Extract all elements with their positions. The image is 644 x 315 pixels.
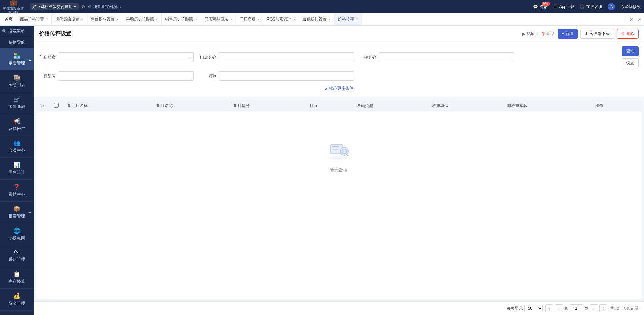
tab-expand-btn[interactable]: ⤢ [636, 16, 643, 23]
tab-sales-history[interactable]: 销售历史价跟踪 × [162, 13, 201, 26]
tab-close-price-scale[interactable]: × [356, 18, 358, 21]
message-badge: 99+ [542, 2, 550, 6]
store-archive-input[interactable] [59, 53, 194, 62]
svg-point-6 [340, 147, 348, 155]
th-settings[interactable]: ⚙ [36, 100, 50, 112]
tab-close-min-discount[interactable]: × [329, 18, 331, 21]
sidebar-item-xiaochang-ecom[interactable]: 🌐 小畅电商 [0, 223, 34, 245]
sidebar-item-wholesale-mgmt-label: 批发管理 [9, 213, 25, 219]
select-all-checkbox[interactable] [54, 103, 59, 108]
th-non-weight-unit: 非称重单位 [503, 100, 591, 112]
store-name-input[interactable] [219, 53, 354, 62]
sidebar-item-purchase-mgmt[interactable]: 🛍 采购管理 [0, 245, 34, 267]
tab-purchase-history[interactable]: 采购历史价跟踪 × [122, 13, 162, 26]
top-bar-right: 💬 消息 99+ 📱 App下载 🎧 在线客服 徐 徐泽华修改 [533, 3, 641, 10]
empty-state: 暂无数据 [40, 116, 637, 193]
settings-button[interactable]: 设置 [622, 58, 639, 68]
tab-close-all-btn[interactable]: ✕ [628, 16, 635, 23]
app-download-label: App下载 [559, 4, 574, 10]
sidebar-item-finance[interactable]: 💰 资金管理 [0, 289, 34, 311]
page-actions: ▶ 视频 | ❓ 帮助 + 新增 ⬇ 客户端下载 🗑 删除 [522, 29, 639, 39]
first-page-btn[interactable]: ⟪ [545, 304, 553, 312]
page-number-input[interactable] [570, 304, 583, 312]
tab-store-catalog[interactable]: 门店商品目录 × [201, 13, 236, 26]
expand-arrow-icon: ▲ [28, 58, 32, 61]
svg-rect-4 [332, 148, 337, 148]
sidebar-quick-nav[interactable]: 快捷导航 [0, 37, 34, 48]
user-avatar: 徐 [608, 3, 615, 10]
message-icon: 💬 [533, 4, 538, 9]
tab-store-archive[interactable]: 门店档案 × [236, 13, 263, 26]
help-center-icon: ❓ [13, 184, 20, 190]
sidebar-item-general-ledger[interactable]: 📒 总账管理 [0, 311, 34, 315]
tab-price-scale[interactable]: 价格传秤 × [334, 13, 362, 26]
message-btn[interactable]: 💬 消息 99+ [533, 4, 547, 10]
sidebar-item-marketing[interactable]: 📢 营销推广 [0, 114, 34, 136]
next-page-btn[interactable]: › [590, 304, 598, 312]
tab-purchase-strategy[interactable]: 进价策略设置 × [52, 13, 87, 26]
retail-stats-icon: 📊 [13, 162, 20, 168]
sidebar-item-marketing-label: 营销推广 [9, 126, 25, 132]
collapse-btn[interactable]: ∧ 收起更多条件 [325, 85, 353, 91]
query-button[interactable]: 查询 [622, 46, 639, 56]
sidebar-item-member-center[interactable]: 👥 会员中心 [0, 136, 34, 158]
top-bar: 💼 畅捷通好业财 标准版 好业财标准版交付试用 ▾ ⚙ ⊙ 我要看实例演示 💬 … [0, 0, 644, 13]
video-label: 视频 [526, 31, 534, 37]
demo-link[interactable]: ⊙ 我要看实例演示 [88, 4, 121, 10]
page-nav: ⟪ ‹ 算 页 › ⟫ [545, 304, 607, 312]
tab-sale-extract[interactable]: 售价提取设置 × [87, 13, 122, 26]
per-page-label: 每页显示 [507, 306, 523, 311]
sidebar-item-retail-mall[interactable]: 🛒 零售商城 [0, 92, 34, 114]
tab-close-store-archive[interactable]: × [258, 18, 260, 21]
empty-state-illustration [325, 136, 352, 163]
sidebar-item-smart-store[interactable]: 🏬 智慧门店 [0, 70, 34, 92]
avatar-icon: 徐 [608, 3, 615, 10]
main-content: 价格传秤设置 ▶ 视频 | ❓ 帮助 + 新增 ⬇ 客户端下载 🗑 [34, 26, 644, 315]
last-page-btn[interactable]: ⟫ [599, 304, 607, 312]
add-button[interactable]: + 新增 [558, 29, 578, 39]
app-download-btn[interactable]: 📱 App下载 [553, 4, 574, 10]
download-button[interactable]: ⬇ 客户端下载 [580, 29, 614, 39]
video-link[interactable]: ▶ 视频 [522, 31, 534, 37]
per-page-selector[interactable]: 50 10 20 100 [524, 305, 543, 312]
tab-close-purchase-strategy[interactable]: × [81, 18, 83, 21]
sidebar-item-wholesale-mgmt[interactable]: 📦 批发管理 ▼ [0, 202, 34, 223]
filter-row-1: 门店档案 ··· 门店名称 秤名称 查询 [39, 46, 639, 68]
tab-close-store-catalog[interactable]: × [230, 18, 232, 21]
user-name[interactable]: 徐泽华修改 [620, 4, 641, 10]
sidebar-item-retail-stats[interactable]: 📊 零售统计 [0, 158, 34, 180]
th-checkbox [50, 100, 63, 112]
tab-close-sales-history[interactable]: × [195, 18, 197, 21]
sidebar-item-retail-stats-label: 零售统计 [9, 170, 25, 175]
tab-goods-price[interactable]: 商品价格设置 × [16, 13, 52, 26]
table-body: 暂无数据 [36, 112, 641, 197]
tab-close-purchase-history[interactable]: × [156, 18, 158, 21]
query-label: 查询 [626, 48, 634, 54]
wholesale-mgmt-icon: 📦 [13, 206, 20, 212]
online-service-btn[interactable]: 🎧 在线客服 [580, 4, 602, 10]
page-suffix-label: 页 [584, 306, 588, 311]
sidebar-item-help-center[interactable]: ❓ 帮助中心 [0, 180, 34, 202]
tab-pos-encrypt[interactable]: POS加密管理 × [263, 13, 299, 26]
tab-min-discount[interactable]: 最低折扣设置 × [299, 13, 334, 26]
help-link[interactable]: ❓ 帮助 [541, 31, 555, 37]
sidebar-item-inventory[interactable]: 📋 库存核算 [0, 267, 34, 289]
version-selector[interactable]: 好业财标准版交付试用 ▾ [30, 3, 79, 10]
tab-close-goods-price[interactable]: × [46, 18, 48, 21]
settings-icon[interactable]: ⚙ [81, 4, 85, 9]
store-archive-suffix-icon[interactable]: ··· [188, 55, 192, 60]
tab-close-sale-extract[interactable]: × [117, 18, 119, 21]
scale-model-input[interactable] [59, 71, 194, 81]
sidebar-item-retail-mgmt[interactable]: 🏪 零售管理 ▲ [0, 48, 34, 70]
prev-page-btn[interactable]: ‹ [555, 304, 563, 312]
sidebar-search[interactable]: 🔍 搜索菜单 [0, 26, 34, 37]
chevron-down-icon: ▾ [74, 4, 76, 9]
empty-text: 暂无数据 [330, 167, 348, 173]
scale-ip-input[interactable] [219, 71, 354, 81]
delete-button[interactable]: 🗑 删除 [617, 29, 639, 39]
tab-close-pos-encrypt[interactable]: × [293, 18, 295, 21]
filter-scale-ip: 秤ip [199, 71, 354, 81]
scale-name-input[interactable] [379, 53, 514, 62]
scale-name-label: 秤名称 [359, 55, 376, 60]
tab-home[interactable]: 首页 [1, 13, 16, 26]
